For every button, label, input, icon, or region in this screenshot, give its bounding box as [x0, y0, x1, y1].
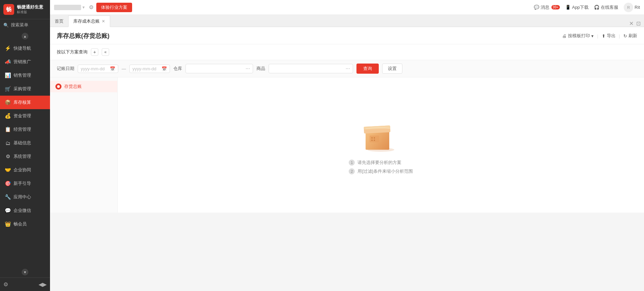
- tab-panel-close-btn[interactable]: ✕: [629, 20, 634, 27]
- main-area: ▾ ⚙ 体验行业方案 💬 消息 99+ 📱 App下载 🎧 在线客服 R Rit: [50, 0, 644, 291]
- print-template-btn[interactable]: 🖨 按模板打印 ▾: [562, 33, 594, 39]
- svg-point-10: [374, 140, 375, 141]
- refresh-btn[interactable]: ↻ 刷新: [623, 33, 637, 39]
- system-icon: ⚙: [5, 153, 11, 160]
- tab-home-label: 首页: [55, 18, 64, 24]
- svg-point-0: [57, 85, 60, 88]
- vip-label: 畅会员: [14, 221, 27, 227]
- sidebar-toggle-btn[interactable]: ◀▶: [39, 281, 47, 288]
- date-separator: —: [122, 66, 126, 71]
- sales-icon: 📊: [5, 72, 11, 78]
- sidebar-item-coop[interactable]: 🤝 企业协同: [0, 163, 50, 177]
- warehouse-select[interactable]: ···: [185, 64, 253, 73]
- sidebar-item-quick-nav[interactable]: ⚡ 快捷导航: [0, 42, 50, 55]
- coop-label: 企业协同: [14, 167, 31, 173]
- basic-label: 基础信息: [14, 140, 31, 146]
- topbar-settings-icon[interactable]: ⚙: [89, 4, 94, 10]
- user-avatar-btn[interactable]: R Rit: [624, 3, 640, 12]
- sidebar-item-inventory[interactable]: 📦 库存核算: [0, 96, 50, 109]
- date-start-input[interactable]: yyyy-mm-dd 📅: [78, 65, 118, 73]
- tab-home[interactable]: 首页: [50, 16, 68, 27]
- filter-row: 记账日期 yyyy-mm-dd 📅 — yyyy-mm-dd 📅 仓库 ··· …: [50, 60, 644, 77]
- solution-button[interactable]: 体验行业方案: [96, 3, 132, 12]
- sidebar-item-apps[interactable]: 🔧 应用中心: [0, 190, 50, 204]
- messages-icon: 💬: [534, 5, 539, 10]
- inventory-icon: 📦: [5, 99, 11, 105]
- tab-panel-resize-btn[interactable]: ⊡: [636, 20, 641, 27]
- sidebar-item-marketing[interactable]: 📣 营销推广: [0, 55, 50, 69]
- date-end-input[interactable]: yyyy-mm-dd 📅: [129, 65, 170, 73]
- svg-point-8: [371, 140, 373, 141]
- sidebar-item-newbie[interactable]: 🎯 新手引导: [0, 177, 50, 190]
- app-name: 畅捷通好生意: [17, 4, 43, 10]
- filter-collapse-btn[interactable]: «: [102, 48, 109, 56]
- sidebar-item-wechat[interactable]: 💬 企业微信: [0, 204, 50, 217]
- messages-btn[interactable]: 💬 消息 99+: [534, 4, 560, 10]
- hint-num-2: 2: [349, 168, 355, 174]
- print-chevron-icon: ▾: [591, 33, 594, 39]
- tab-inventory-ledger[interactable]: 库存成本总账 ✕: [68, 16, 110, 27]
- refresh-icon: ↻: [623, 33, 627, 39]
- hint-text-1: 请先选择要分析的方案: [357, 160, 401, 166]
- sidebar-item-operations[interactable]: 📋 经营管理: [0, 123, 50, 136]
- filter-area: 按以下方案查询 + «: [50, 44, 644, 60]
- tab-close-icon[interactable]: ✕: [102, 19, 105, 24]
- empty-state-graphic: [359, 116, 403, 154]
- page-header-actions: 🖨 按模板打印 ▾ | ⬆ 导出 | ↻ 刷新: [562, 33, 637, 39]
- online-service-label: 在线客服: [601, 4, 618, 10]
- scroll-up-btn[interactable]: ▲: [22, 33, 28, 40]
- topbar: ▾ ⚙ 体验行业方案 💬 消息 99+ 📱 App下载 🎧 在线客服 R Rit: [50, 0, 644, 15]
- online-service-btn[interactable]: 🎧 在线客服: [594, 4, 618, 10]
- page-panel: 库存总账(存货总账) 🖨 按模板打印 ▾ | ⬆ 导出 | ↻: [50, 27, 644, 213]
- content-main: 1 请先选择要分析的方案 2 用[过滤]条件来缩小分析范围: [118, 77, 644, 213]
- sidebar: 畅 畅捷通好生意 标准版 🔍 搜索菜单 ▲ ⚡ 快捷导航 📣 营销推广 📊 销售…: [0, 0, 50, 291]
- goods-select[interactable]: ···: [269, 64, 353, 73]
- warehouse-label: 仓库: [173, 66, 182, 72]
- breadcrumb: ▾: [54, 5, 85, 10]
- sidebar-item-finance[interactable]: 💰 资金管理: [0, 109, 50, 123]
- divider1: |: [597, 33, 598, 39]
- user-avatar: R: [624, 3, 633, 12]
- warehouse-more-icon[interactable]: ···: [246, 66, 250, 72]
- scheme-panel: 存货总账: [50, 77, 118, 213]
- breadcrumb-chevron-icon: ▾: [82, 5, 85, 10]
- empty-state: 1 请先选择要分析的方案 2 用[过滤]条件来缩小分析范围: [349, 116, 413, 174]
- sidebar-item-system[interactable]: ⚙ 系统管理: [0, 150, 50, 163]
- online-service-icon: 🎧: [594, 5, 599, 10]
- date-field-label: 记账日期: [57, 66, 74, 72]
- export-btn[interactable]: ⬆ 导出: [602, 33, 616, 39]
- purchase-label: 采购管理: [14, 86, 31, 92]
- scroll-down-btn[interactable]: ▼: [22, 269, 28, 275]
- date-start-placeholder: yyyy-mm-dd: [81, 66, 105, 71]
- settings-button[interactable]: 设置: [382, 64, 402, 74]
- goods-more-icon[interactable]: ···: [346, 66, 350, 72]
- tabs-bar: 首页 库存成本总账 ✕ ✕ ⊡: [50, 15, 644, 27]
- filter-add-btn[interactable]: +: [91, 48, 98, 56]
- query-button[interactable]: 查询: [356, 64, 379, 74]
- hint-text-2: 用[过滤]条件来缩小分析范围: [357, 168, 413, 174]
- sidebar-item-purchase[interactable]: 🛒 采购管理: [0, 82, 50, 96]
- marketing-icon: 📣: [5, 59, 11, 65]
- sidebar-settings-btn[interactable]: ⚙: [3, 281, 8, 288]
- hint-num-1: 1: [349, 160, 355, 166]
- export-icon: ⬆: [602, 33, 605, 39]
- print-icon: 🖨: [562, 33, 567, 39]
- scheme-item-inventory-total[interactable]: 存货总账: [50, 81, 117, 92]
- goods-label: 商品: [256, 66, 265, 72]
- search-menu-label: 搜索菜单: [11, 22, 28, 28]
- quick-nav-icon: ⚡: [5, 45, 11, 51]
- sidebar-logo: 畅 畅捷通好生意 标准版: [0, 0, 50, 19]
- app-download-label: App下载: [572, 4, 589, 10]
- search-menu[interactable]: 🔍 搜索菜单: [0, 19, 50, 31]
- wechat-label: 企业微信: [14, 208, 31, 214]
- sidebar-item-vip[interactable]: 👑 畅会员: [0, 217, 50, 231]
- empty-hints: 1 请先选择要分析的方案 2 用[过滤]条件来缩小分析范围: [349, 160, 413, 174]
- app-download-btn[interactable]: 📱 App下载: [565, 4, 589, 10]
- sidebar-item-basic[interactable]: 🗂 基础信息: [0, 136, 50, 150]
- sidebar-item-sales[interactable]: 📊 销售管理: [0, 69, 50, 82]
- page-title: 库存总账(存货总账): [57, 32, 109, 40]
- purchase-icon: 🛒: [5, 86, 11, 92]
- refresh-label: 刷新: [628, 33, 637, 39]
- app-badge: 标准版: [17, 10, 43, 15]
- finance-label: 资金管理: [14, 113, 31, 119]
